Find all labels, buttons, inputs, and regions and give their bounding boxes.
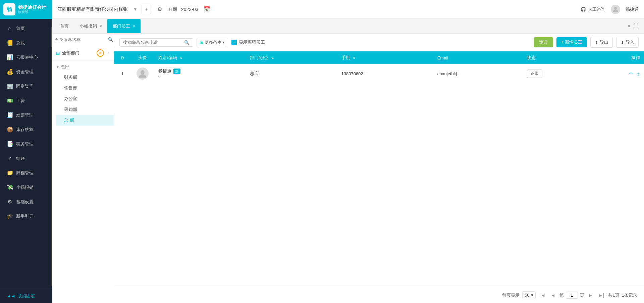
page-size-value: 50 xyxy=(525,293,529,298)
logo-text-block: 畅捷通好会计 旗舰版 xyxy=(18,4,46,15)
tab-expense-close-icon[interactable]: × xyxy=(100,24,102,29)
cell-index: 1 xyxy=(114,64,131,83)
expand-tab-action-icon[interactable]: ⛶ xyxy=(633,23,639,29)
dept-panel: 🔍 ⊞ 全部部门 ✏ « ▼ 总部 财务部 销售部 办公室 采购部 总 部 xyxy=(52,34,114,303)
scrollbar[interactable] xyxy=(51,20,52,286)
dept-edit-icon[interactable]: ✏ xyxy=(97,49,104,57)
import-label: 导入 xyxy=(626,39,634,45)
sidebar-item-inventory[interactable]: 📦 库存核算 xyxy=(0,122,52,137)
sidebar-nav: ⌂ 首页 📒 总账 📊 云报表中心 💰 资金管理 🏢 固定资产 💵 工资 🧾 发… xyxy=(0,19,52,289)
arrow-down-icon: ▼ xyxy=(56,65,59,69)
sidebar-item-reports-label: 云报表中心 xyxy=(16,54,38,60)
app-logo: 畅 畅捷通好会计 旗舰版 xyxy=(0,0,52,19)
add-tab-button[interactable]: + xyxy=(142,5,151,14)
col-avatar: 头像 xyxy=(131,51,154,64)
page-last-button[interactable]: ►| xyxy=(597,292,606,299)
content-area: 🔍 ⊞ 全部部门 ✏ « ▼ 总部 财务部 销售部 办公室 采购部 总 部 xyxy=(52,34,644,303)
tab-home[interactable]: 首页 xyxy=(55,19,74,33)
employee-panel: 🔍 ⊟ 更多条件 ▾ ✓ 显示离职员工 邀请 + 新增员工 ⬆ 导出 xyxy=(114,34,644,303)
grid-icon: ⊞ xyxy=(56,50,60,56)
employee-search-bar: 🔍 xyxy=(119,38,193,47)
col-settings[interactable]: ⚙ xyxy=(114,51,131,64)
app-name: 畅捷通好会计 xyxy=(18,4,46,10)
dept-item-purchase[interactable]: 采购部 xyxy=(56,104,114,115)
invite-button[interactable]: 邀请 xyxy=(534,37,553,47)
all-depts-label: 全部部门 xyxy=(62,50,79,56)
tab-employees-label: 部门员工 xyxy=(113,23,130,29)
calendar-icon[interactable]: 📅 xyxy=(204,6,210,12)
sidebar-item-home[interactable]: ⌂ 首页 xyxy=(0,21,52,36)
tab-employees[interactable]: 部门员工 × xyxy=(107,19,141,33)
col-dept[interactable]: 部门/职位 ⇅ xyxy=(246,51,337,64)
import-button[interactable]: ⬇ 导入 xyxy=(616,37,639,48)
dept-group-zongbu[interactable]: ▼ 总部 xyxy=(52,62,114,72)
employee-toolbar: 🔍 ⊟ 更多条件 ▾ ✓ 显示离职员工 邀请 + 新增员工 ⬆ 导出 xyxy=(114,34,644,51)
edit-button[interactable]: ✏ xyxy=(629,71,634,77)
service-button[interactable]: 🎧 人工咨询 xyxy=(581,6,605,12)
filter-button[interactable]: ⊟ 更多条件 ▾ xyxy=(197,38,228,47)
dept-search-input[interactable] xyxy=(55,37,106,42)
page-size-select[interactable]: 50 ▾ xyxy=(522,291,535,299)
dept-item-office[interactable]: 办公室 xyxy=(56,93,114,104)
collapse-icon[interactable]: « xyxy=(107,51,110,55)
dept-search-icon[interactable]: 🔍 xyxy=(108,37,113,42)
period-label: 账期 xyxy=(168,6,177,12)
sidebar-item-tax-label: 税务管理 xyxy=(16,141,34,147)
sidebar-item-expense[interactable]: 💸 小畅报销 xyxy=(0,180,52,194)
col-phone[interactable]: 手机 ⇅ xyxy=(337,51,433,64)
service-label: 人工咨询 xyxy=(588,6,605,12)
user-avatar xyxy=(611,5,620,14)
guide-icon: 🎓 xyxy=(7,213,13,219)
sidebar-item-guide[interactable]: 🎓 新手引导 xyxy=(0,209,52,223)
reports-icon: 📊 xyxy=(7,54,13,60)
dept-item-sales[interactable]: 销售部 xyxy=(56,83,114,93)
tab-expense[interactable]: 小畅报销 × xyxy=(74,19,107,33)
sidebar-item-assets[interactable]: 🏢 固定资产 xyxy=(0,79,52,93)
sidebar-item-settings[interactable]: ⚙ 基础设置 xyxy=(0,194,52,209)
cell-name: 畅捷通 部 0 xyxy=(154,64,246,83)
sidebar-item-invoice[interactable]: 🧾 发票管理 xyxy=(0,108,52,122)
assets-icon: 🏢 xyxy=(7,83,13,89)
show-resigned-option[interactable]: ✓ 显示离职员工 xyxy=(231,39,265,45)
employee-code: 0 xyxy=(158,74,242,79)
table-row: 1 畅捷通 部 0 xyxy=(114,64,644,83)
page-first-button[interactable]: |◄ xyxy=(538,292,547,299)
logout-button[interactable]: ⎋ xyxy=(637,71,640,77)
archive-icon: 📁 xyxy=(7,170,13,176)
sidebar-item-invoice-label: 发票管理 xyxy=(16,112,34,118)
employee-search-icon[interactable]: 🔍 xyxy=(184,40,190,45)
dept-item-general[interactable]: 总 部 xyxy=(56,115,114,126)
export-button[interactable]: ⬆ 导出 xyxy=(590,37,613,48)
sidebar-item-funds[interactable]: 💰 资金管理 xyxy=(0,64,52,79)
employee-phone: 138070602... xyxy=(341,71,367,76)
employee-search-input[interactable] xyxy=(123,40,182,45)
employee-table-container: ⚙ 头像 姓名/编码 ⇅ 部门/职位 ⇅ 手机 ⇅ Email 状态 操作 1 xyxy=(114,51,644,287)
expense-icon: 💸 xyxy=(7,184,13,190)
sidebar-item-archive[interactable]: 📁 归档管理 xyxy=(0,166,52,180)
unpin-button[interactable]: ◄◄ 取消固定 xyxy=(0,289,52,303)
main-area: 江西服宝精品有限责任公司内账张 ▼ + ⚙ 账期 2023-03 📅 🎧 人工咨… xyxy=(52,0,644,303)
tab-employees-close-icon[interactable]: × xyxy=(133,24,135,29)
status-badge: 正常 xyxy=(527,70,542,78)
sidebar-item-reports[interactable]: 📊 云报表中心 xyxy=(0,50,52,64)
col-name[interactable]: 姓名/编码 ⇅ xyxy=(154,51,246,64)
add-employee-button[interactable]: + 新增员工 xyxy=(556,37,587,47)
page-prev-button[interactable]: ◄ xyxy=(549,292,557,299)
closing-icon: ✓ xyxy=(7,155,13,162)
table-header-row: ⚙ 头像 姓名/编码 ⇅ 部门/职位 ⇅ 手机 ⇅ Email 状态 操作 xyxy=(114,51,644,64)
show-resigned-checkbox[interactable]: ✓ xyxy=(231,40,237,45)
sidebar-item-guide-label: 新手引导 xyxy=(16,213,34,219)
page-number-input[interactable] xyxy=(566,292,578,299)
sidebar-item-tax[interactable]: 📑 税务管理 xyxy=(0,137,52,151)
sidebar-item-closing[interactable]: ✓ 结账 xyxy=(0,151,52,166)
settings-button[interactable]: ⚙ xyxy=(155,5,164,14)
company-dropdown-icon[interactable]: ▼ xyxy=(133,7,138,12)
cell-email: chanjethkj... xyxy=(433,64,523,83)
filter-chevron-icon: ▾ xyxy=(222,40,224,45)
sidebar-item-salary[interactable]: 💵 工资 xyxy=(0,93,52,108)
close-tab-action-icon[interactable]: × xyxy=(628,23,631,29)
dept-item-finance[interactable]: 财务部 xyxy=(56,72,114,83)
all-depts-header[interactable]: ⊞ 全部部门 ✏ « xyxy=(52,46,114,60)
page-next-button[interactable]: ► xyxy=(587,292,594,299)
sidebar-item-ledger[interactable]: 📒 总账 xyxy=(0,36,52,50)
